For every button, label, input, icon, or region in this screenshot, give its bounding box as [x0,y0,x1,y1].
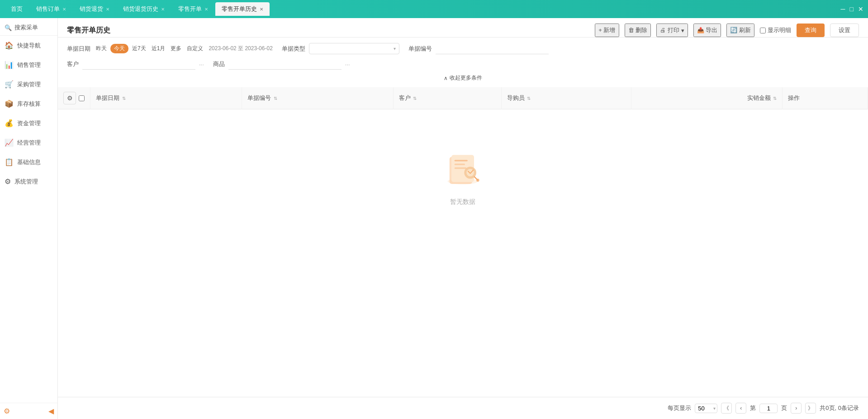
table-settings-gear[interactable]: ⚙ [63,92,76,104]
sidebar-item-purchase-mgmt[interactable]: 🛒 采购管理 [0,75,57,94]
page-nav-first[interactable]: 《 [721,403,732,414]
sidebar-bottom: ⚙ ◀ [0,403,57,419]
sidebar-item-basic-info[interactable]: 📋 基础信息 [0,152,57,172]
filter-date-label: 单据日期 [67,45,90,53]
sidebar-item-label-ops: 经营管理 [17,139,41,147]
collapse-label: 收起更多条件 [450,74,482,82]
page-input[interactable] [759,404,778,413]
nav-tab-retail-open-history[interactable]: 零售开单历史 ✕ [215,2,270,16]
page-nav-last[interactable]: 》 [805,403,816,414]
add-button[interactable]: + 新增 [595,24,619,37]
col-header-no[interactable]: 单据编号 ⇅ [242,87,393,109]
window-controls: ─ □ ✕ [841,5,863,13]
sort-icon-amount: ⇅ [773,96,777,101]
header-actions: + 新增 🗑 删除 🖨 打印 ▾ 📤 导出 🔄 刷新 显示明细 查询 设置 [595,24,859,37]
window-min-button[interactable]: ─ [841,5,845,13]
page-header: 零售开单历史 + 新增 🗑 删除 🖨 打印 ▾ 📤 导出 🔄 刷新 显示明细 查… [58,18,868,38]
date-opt-custom[interactable]: 自定义 [185,44,205,53]
sidebar-item-label-inventory: 库存核算 [17,100,41,108]
sidebar-item-label-basic: 基础信息 [17,158,41,166]
filter-bill-type-select[interactable] [309,43,399,54]
collapse-button[interactable]: ∧ 收起更多条件 [444,74,482,82]
filter-date-range: 2023-06-02 至 2023-06-02 [209,45,272,52]
close-tab-retail-open-history[interactable]: ✕ [260,7,263,12]
sidebar-item-finance[interactable]: 💰 资金管理 [0,113,57,133]
close-tab-retail-open[interactable]: ✕ [204,7,208,12]
filter-date-item: 单据日期 昨天 今天 近7天 近1月 更多 自定义 2023-06-02 至 2… [67,44,273,53]
display-detail-checkbox[interactable] [760,28,766,33]
window-max-button[interactable]: □ [850,5,854,13]
window-close-button[interactable]: ✕ [858,5,863,13]
print-chevron-icon: ▾ [681,27,684,34]
sort-icon-date: ⇅ [122,96,126,101]
sidebar-item-inventory[interactable]: 📦 库存核算 [0,94,57,113]
total-label: 共0页, 0条记录 [820,404,859,412]
col-header-action: 操作 [783,87,868,109]
filter-bill-no-label: 单据编号 [408,45,432,53]
print-button[interactable]: 🖨 打印 ▾ [656,24,688,37]
nav-tab-home[interactable]: 首页 [5,2,29,16]
settings-bottom-icon[interactable]: ⚙ [4,407,10,415]
nav-tab-sales-return[interactable]: 销货退货 ✕ [73,2,116,16]
page-label: 第 [750,404,756,412]
filter-goods-input[interactable] [228,59,342,70]
sidebar-item-label-quick-nav: 快捷导航 [17,42,41,50]
sidebar: 🔍 搜索采单 🏠 快捷导航 📊 销售管理 🛒 采购管理 📦 库存核算 💰 资金管… [0,18,58,419]
date-opt-today[interactable]: 今天 [110,44,128,53]
col-header-customer[interactable]: 客户 ⇅ [393,87,501,109]
page-nav-prev[interactable]: ‹ [735,403,746,414]
delete-button[interactable]: 🗑 删除 [625,24,651,37]
close-tab-sales-return[interactable]: ✕ [106,7,109,12]
close-tab-sales-return-history[interactable]: ✕ [161,7,165,12]
main-layout: 🔍 搜索采单 🏠 快捷导航 📊 销售管理 🛒 采购管理 📦 库存核算 💰 资金管… [0,18,868,419]
filter-goods-dots[interactable]: ··· [345,61,350,68]
sidebar-item-system[interactable]: ⚙ 系统管理 [0,172,57,191]
filter-customer-dots[interactable]: ··· [199,61,204,68]
col-header-date[interactable]: 单据日期 ⇅ [90,87,242,109]
sidebar-item-operations[interactable]: 📈 经营管理 [0,133,57,152]
collapse-sidebar-icon[interactable]: ◀ [48,407,54,415]
date-opt-more[interactable]: 更多 [169,44,183,53]
sidebar-item-quick-nav[interactable]: 🏠 快捷导航 [0,36,57,55]
gear-icon: ⚙ [5,177,11,186]
sort-icon-customer: ⇅ [413,96,417,101]
sidebar-search-label: 搜索采单 [14,24,38,32]
filter-customer-input[interactable] [82,59,195,70]
table-header: ⚙ 单据日期 ⇅ 单据编号 ⇅ 客户 [58,87,868,109]
per-page-label: 每页显示 [668,404,691,412]
nav-tab-sales-order[interactable]: 销售订单 ✕ [30,2,72,16]
filter-area: 单据日期 昨天 今天 近7天 近1月 更多 自定义 2023-06-02 至 2… [58,38,868,87]
svg-rect-4 [455,164,465,165]
refresh-button[interactable]: 🔄 刷新 [726,24,754,37]
table-container: ⚙ 单据日期 ⇅ 单据编号 ⇅ 客户 [58,87,868,397]
cart-icon: 🛒 [5,80,14,89]
col-header-amount[interactable]: 实销金额 ⇅ [631,87,783,109]
query-button[interactable]: 查询 [797,24,825,37]
empty-state-row: 暂无数据 [58,109,868,243]
filter-row-1: 单据日期 昨天 今天 近7天 近1月 更多 自定义 2023-06-02 至 2… [67,43,859,54]
filter-bill-no-input[interactable] [436,43,549,54]
table-header-row: ⚙ 单据日期 ⇅ 单据编号 ⇅ 客户 [58,87,868,109]
close-tab-sales-order[interactable]: ✕ [62,7,66,12]
col-header-guide[interactable]: 导购员 ⇅ [501,87,631,109]
date-opt-last-month[interactable]: 近1月 [150,44,167,53]
search-icon: 🔍 [5,24,12,31]
filter-goods-label: 商品 [213,60,225,68]
display-detail-checkbox-label[interactable]: 显示明细 [760,26,791,34]
per-page-select[interactable]: 50 10 20 100 [695,404,717,413]
date-opt-last7[interactable]: 近7天 [130,44,148,53]
filter-goods-item: 商品 ··· [213,59,350,70]
date-opt-yesterday[interactable]: 昨天 [94,44,109,53]
nav-tab-sales-return-history[interactable]: 销货退货历史 ✕ [117,2,171,16]
sidebar-item-label-sales: 销售管理 [17,61,41,69]
filter-row-2: 客户 ··· 商品 ··· [67,59,859,70]
sidebar-item-sales-mgmt[interactable]: 📊 销售管理 [0,55,57,75]
export-button[interactable]: 📤 导出 [693,24,721,37]
filter-bill-type-label: 单据类型 [282,45,305,53]
sidebar-search[interactable]: 🔍 搜索采单 [0,18,57,36]
empty-state-text: 暂无数据 [450,198,475,206]
select-all-checkbox[interactable] [79,95,85,101]
nav-tab-retail-open[interactable]: 零售开单 ✕ [172,2,214,16]
page-nav-next[interactable]: › [791,403,802,414]
settings-button[interactable]: 设置 [830,24,859,37]
